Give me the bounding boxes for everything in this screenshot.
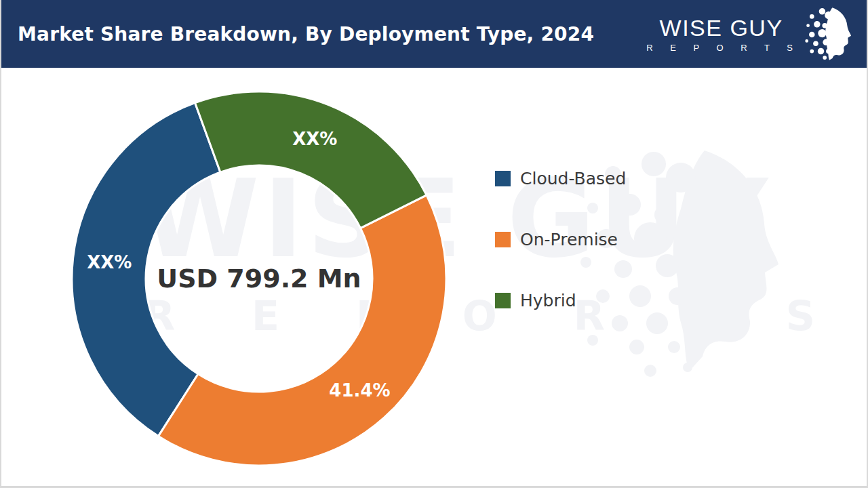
donut-segment-on-premise — [158, 195, 446, 466]
donut-chart: XX%41.4%XX% — [1, 68, 868, 488]
legend-swatch-hybrid — [495, 293, 511, 308]
infographic-page: Market Share Breakdown, By Deployment Ty… — [0, 0, 868, 488]
legend-item-cloud-based: Cloud-Based — [495, 168, 626, 188]
page-title: Market Share Breakdown, By Deployment Ty… — [18, 23, 594, 45]
legend-label-cloud-based: Cloud-Based — [520, 170, 626, 187]
legend-item-on-premise: On-Premise — [495, 229, 626, 249]
brand-face-icon — [803, 6, 852, 62]
donut-segment-label-cloud-based: XX% — [87, 252, 132, 272]
chart-legend: Cloud-Based On-Premise Hybrid — [495, 168, 626, 351]
brand-logo-line2: R E P O R T S — [642, 43, 800, 52]
header-bar: Market Share Breakdown, By Deployment Ty… — [1, 0, 867, 68]
donut-segment-label-hybrid: XX% — [292, 129, 337, 149]
donut-segment-label-on-premise: 41.4% — [329, 380, 390, 401]
brand-logo-line1: WISE GUY — [660, 16, 783, 39]
brand-logo-text: WISE GUY R E P O R T S — [642, 16, 800, 52]
brand-logo: WISE GUY R E P O R T S — [642, 6, 852, 62]
legend-label-hybrid: Hybrid — [520, 292, 576, 309]
legend-swatch-on-premise — [495, 232, 511, 247]
legend-swatch-cloud-based — [495, 171, 511, 186]
legend-item-hybrid: Hybrid — [495, 290, 626, 310]
legend-label-on-premise: On-Premise — [520, 231, 618, 248]
donut-center-label: USD 799.2 Mn — [157, 264, 361, 293]
donut-segment-hybrid — [195, 92, 427, 228]
